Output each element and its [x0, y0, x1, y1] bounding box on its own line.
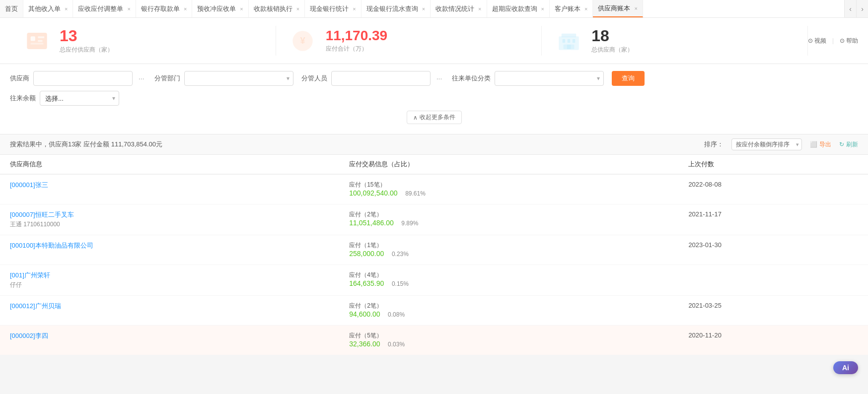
balance-select[interactable]: 选择...	[40, 91, 119, 106]
refresh-label: 刷新	[846, 140, 858, 149]
svg-rect-10	[568, 39, 571, 42]
nav-payment-verify[interactable]: 收款核销执行 ×	[249, 0, 305, 17]
export-link[interactable]: ⬜ 导出	[810, 140, 831, 149]
payable-suppliers-label: 总应付供应商（家）	[60, 46, 113, 54]
supplier-link-2[interactable]: [000007]恒旺二手叉车	[10, 211, 74, 218]
refresh-icon: ↻	[839, 141, 844, 148]
nav-bank-deposit-label: 银行存取款单	[141, 4, 180, 13]
header-supplier-info: 供应商信息	[10, 160, 349, 169]
header-last-payment: 上次付数	[688, 160, 858, 169]
nav-prepay-ar-close[interactable]: ×	[240, 6, 243, 12]
svg-rect-2	[38, 36, 44, 38]
person-ellipsis-btn[interactable]: ···	[434, 74, 444, 82]
nav-prepay-ar[interactable]: 预收冲应收单 ×	[192, 0, 248, 17]
table-row: [000001]张三 应付（15笔） 100,092,540.00 89.61%…	[0, 175, 868, 204]
payable-suppliers-number: 13	[60, 28, 113, 44]
nav-bank-deposit-close[interactable]: ×	[184, 6, 187, 12]
last-payment-1: 2022-08-08	[688, 181, 858, 188]
collapse-button[interactable]: ∧ 收起更多条件	[407, 111, 462, 124]
last-payment-6: 2020-11-20	[688, 331, 858, 339]
balance-label: 往来余额	[10, 94, 36, 103]
nav-receipt-stat[interactable]: 收款情况统计 ×	[431, 0, 487, 17]
tx-info-4: 应付（4笔） 164,635.90 0.15%	[349, 271, 688, 287]
export-icon: ⬜	[810, 141, 817, 148]
balance-select-wrap: 选择...	[40, 91, 119, 106]
supplier-link-5[interactable]: [000012]广州贝瑞	[10, 302, 61, 310]
svg-text:¥: ¥	[300, 35, 306, 46]
nav-payment-verify-close[interactable]: ×	[296, 6, 299, 12]
tx-pct-6: 0.03%	[388, 341, 405, 348]
supplier-info-6: [000002]李四	[10, 331, 349, 340]
tx-label-1: 应付（15笔）	[349, 181, 688, 189]
nav-cash-bank-stat[interactable]: 现金银行统计 ×	[305, 0, 361, 17]
total-suppliers-label: 总供应商（家）	[591, 46, 633, 54]
data-table: 供应商信息 应付交易信息（占比） 上次付数 [000001]张三 应付（15笔）…	[0, 155, 868, 355]
table-row: [000100]本特勤油品有限公司 应付（1笔） 258,000.00 0.23…	[0, 235, 868, 265]
results-bar: 搜索结果中，供应商13家 应付金额 111,703,854.00元 排序： 按应…	[0, 134, 868, 155]
summary-bar: 13 总应付供应商（家） ¥ 11,170.39 应付合计（万）	[0, 18, 868, 64]
tx-info-6: 应付（5笔） 32,366.00 0.03%	[349, 331, 688, 348]
nav-overdue-ar[interactable]: 超期应收款查询 ×	[487, 0, 550, 17]
nav-cash-bank-stat-close[interactable]: ×	[353, 6, 356, 12]
supplier-input[interactable]	[33, 71, 133, 86]
payable-suppliers-content: 13 总应付供应商（家）	[60, 28, 113, 54]
last-payment-5: 2021-03-25	[688, 302, 858, 309]
nav-next-arrow[interactable]: ›	[856, 0, 868, 18]
nav-cash-flow-close[interactable]: ×	[422, 6, 425, 12]
header-tx-info: 应付交易信息（占比）	[349, 160, 688, 169]
tx-amount-4[interactable]: 164,635.90	[349, 279, 384, 287]
svg-rect-8	[562, 33, 576, 37]
payable-total-label: 应付合计（万）	[326, 45, 388, 53]
nav-overdue-ar-label: 超期应收款查询	[492, 4, 537, 13]
nav-ar-ap-adjust-close[interactable]: ×	[127, 6, 130, 12]
export-label: 导出	[819, 140, 831, 149]
svg-rect-11	[573, 39, 576, 42]
nav-supplier-ledger[interactable]: 供应商账本 ×	[593, 0, 643, 17]
supplier-info-5: [000012]广州贝瑞	[10, 302, 349, 311]
nav-ar-ap-adjust[interactable]: 应收应付调整单 ×	[73, 0, 136, 17]
collapse-label: 收起更多条件	[420, 113, 455, 122]
nav-cash-flow[interactable]: 现金银行流水查询 ×	[362, 0, 431, 17]
tx-label-4: 应付（4笔）	[349, 271, 688, 279]
nav-customer-ledger[interactable]: 客户账本 ×	[550, 0, 593, 17]
nav-supplier-ledger-close[interactable]: ×	[634, 5, 637, 11]
tx-amount-3[interactable]: 258,000.00	[349, 250, 384, 258]
nav-receipt-stat-close[interactable]: ×	[478, 6, 481, 12]
top-nav: 首页 其他收入单 × 应收应付调整单 × 银行存取款单 × 预收冲应收单 × 收…	[0, 0, 868, 18]
video-link[interactable]: ⊙ 视频	[808, 37, 826, 45]
supplier-link-3[interactable]: [000100]本特勤油品有限公司	[10, 242, 93, 249]
table-row: [000002]李四 应付（5笔） 32,366.00 0.03% 2020-1…	[0, 326, 868, 355]
tx-amount-5[interactable]: 94,600.00	[349, 310, 380, 318]
sort-select[interactable]: 按应付余额倒序排序按应付余额升序排序按名称排序	[731, 138, 802, 150]
nav-home[interactable]: 首页	[0, 0, 23, 17]
person-input[interactable]	[331, 71, 431, 86]
supplier-ellipsis-btn[interactable]: ···	[137, 74, 146, 82]
dept-select[interactable]	[184, 71, 293, 86]
tx-amount-6[interactable]: 32,366.00	[349, 340, 380, 348]
tx-amount-1[interactable]: 100,092,540.00	[349, 189, 397, 197]
category-select[interactable]	[495, 71, 604, 86]
category-field: 往来单位分类	[452, 71, 604, 86]
supplier-link-6[interactable]: [000002]李四	[10, 332, 48, 339]
supplier-link-1[interactable]: [000001]张三	[10, 181, 48, 189]
supplier-link-4[interactable]: [001]广州荣轩	[10, 271, 50, 279]
nav-receipt-stat-label: 收款情况统计	[435, 4, 474, 13]
nav-customer-ledger-label: 客户账本	[555, 4, 580, 13]
nav-other-income-label: 其他收入单	[28, 4, 61, 13]
nav-customer-ledger-close[interactable]: ×	[584, 6, 587, 12]
nav-overdue-ar-close[interactable]: ×	[541, 6, 544, 12]
tx-amount-2[interactable]: 11,051,486.00	[349, 219, 394, 227]
nav-ar-ap-adjust-label: 应收应付调整单	[78, 4, 123, 13]
tx-pct-3: 0.23%	[392, 251, 409, 258]
svg-rect-4	[30, 43, 43, 45]
category-select-wrap	[495, 71, 604, 86]
help-link[interactable]: ⊙ 帮助	[840, 37, 858, 45]
nav-other-income[interactable]: 其他收入单 ×	[23, 0, 73, 17]
query-button[interactable]: 查询	[612, 71, 645, 86]
nav-other-income-close[interactable]: ×	[65, 6, 68, 12]
nav-prev-arrow[interactable]: ‹	[844, 0, 856, 18]
refresh-link[interactable]: ↻ 刷新	[839, 140, 858, 149]
dept-field: 分管部门	[154, 71, 293, 86]
help-icon: ⊙	[840, 37, 845, 44]
nav-bank-deposit[interactable]: 银行存取款单 ×	[136, 0, 192, 17]
